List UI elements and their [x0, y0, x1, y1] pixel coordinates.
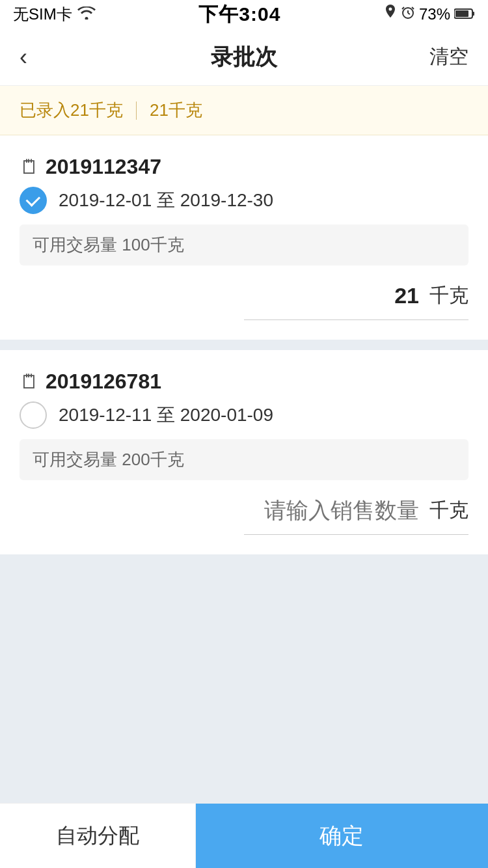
batch-2-quantity-underline: [244, 534, 468, 535]
status-bar: 无SIM卡 下午3:04 73%: [0, 0, 488, 29]
battery-percent: 73%: [419, 5, 450, 23]
back-button[interactable]: ‹: [20, 44, 59, 71]
svg-line-2: [408, 13, 410, 14]
svg-line-4: [412, 7, 414, 9]
batch-2-header: 🗒 2019126781: [20, 370, 468, 394]
svg-rect-6: [472, 12, 474, 16]
batch-1-card: 🗒 2019112347 2019-12-01 至 2019-12-30 可用交…: [0, 135, 488, 340]
status-left: 无SIM卡: [13, 4, 96, 25]
nav-bar: ‹ 录批次 清空: [0, 29, 488, 86]
batch-2-id: 2019126781: [46, 370, 161, 394]
batch-2-date-row: 2019-12-11 至 2020-01-09: [20, 401, 468, 429]
batch-1-quantity-unit: 千克: [429, 282, 468, 309]
auto-distribute-button[interactable]: 自动分配: [0, 804, 196, 868]
sim-text: 无SIM卡: [13, 4, 72, 25]
batch-1-quantity-underline: [244, 319, 468, 320]
svg-rect-7: [455, 10, 468, 17]
section-divider-1: [0, 340, 488, 350]
info-banner-value: 21千克: [150, 99, 202, 122]
location-icon: [384, 5, 397, 24]
batch-1-radio[interactable]: [20, 187, 47, 214]
info-banner-divider: [136, 102, 137, 120]
batch-1-icon: 🗒: [20, 156, 39, 178]
batch-2-radio[interactable]: [20, 401, 47, 429]
batch-1-date-row: 2019-12-01 至 2019-12-30: [20, 187, 468, 214]
info-banner-label: 已录入21千克: [20, 99, 123, 122]
alarm-icon: [401, 5, 415, 23]
batch-1-quantity-value: 21: [394, 283, 419, 308]
batch-1-id: 2019112347: [46, 155, 161, 179]
batch-2-icon: 🗒: [20, 371, 39, 393]
batch-1-date: 2019-12-01 至 2019-12-30: [59, 188, 273, 213]
svg-line-3: [402, 7, 404, 9]
status-right: 73%: [384, 5, 475, 24]
batch-2-quantity-row: 千克: [20, 491, 468, 534]
batch-2-quantity-input[interactable]: [224, 498, 419, 523]
wifi-icon: [77, 5, 96, 23]
batch-2-card: 🗒 2019126781 2019-12-11 至 2020-01-09 可用交…: [0, 350, 488, 554]
batch-2-available: 可用交易量 200千克: [20, 439, 468, 480]
footer: 自动分配 确定: [0, 803, 488, 868]
batch-1-header: 🗒 2019112347: [20, 155, 468, 179]
confirm-button[interactable]: 确定: [196, 804, 488, 868]
main-content: 🗒 2019112347 2019-12-01 至 2019-12-30 可用交…: [0, 135, 488, 868]
clear-button[interactable]: 清空: [429, 44, 468, 70]
info-banner: 已录入21千克 21千克: [0, 86, 488, 135]
batch-2-quantity-unit: 千克: [429, 497, 468, 524]
status-time: 下午3:04: [198, 1, 280, 28]
batch-1-quantity-row: 21 千克: [20, 276, 468, 319]
batch-1-available: 可用交易量 100千克: [20, 224, 468, 265]
bottom-empty-area: [0, 554, 488, 815]
battery-icon: [454, 5, 475, 23]
batch-2-date: 2019-12-11 至 2020-01-09: [59, 403, 273, 427]
page-title: 录批次: [211, 42, 277, 72]
